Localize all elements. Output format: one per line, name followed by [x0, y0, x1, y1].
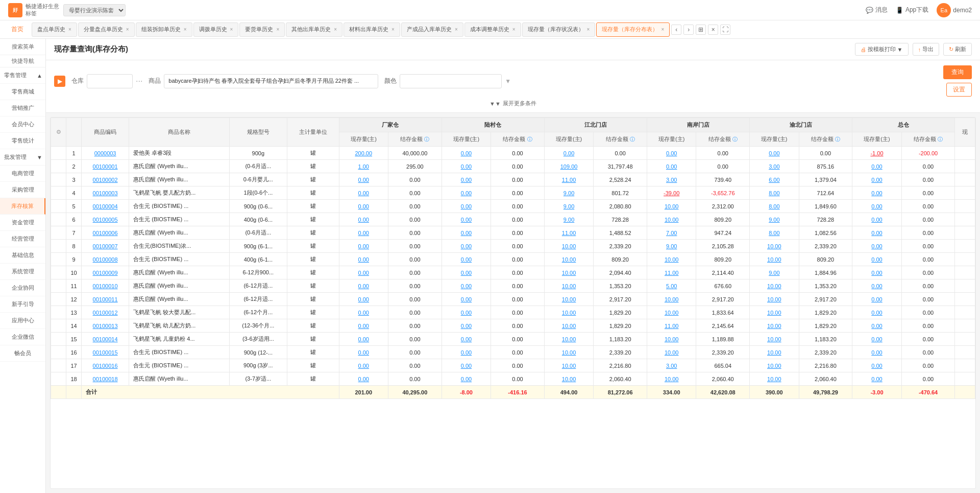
td-lc-qty[interactable]: 0.00	[442, 186, 491, 200]
sidebar-item-biz[interactable]: 经营管理	[0, 231, 45, 247]
td-zo-qty[interactable]: 0.00	[852, 266, 902, 279]
tab-nav-left[interactable]: ‹	[671, 25, 681, 35]
td-na-qty[interactable]: 10.00	[647, 293, 696, 306]
sidebar-quicknav[interactable]: 快捷导航	[0, 55, 45, 67]
warehouse-input[interactable]	[87, 74, 133, 88]
td-lc-qty[interactable]: 0.00	[442, 266, 491, 279]
sidebar-item-finance[interactable]: 资金管理	[0, 215, 45, 231]
export-btn[interactable]: ↑ 导出	[913, 43, 940, 56]
td-code[interactable]: 00100014	[82, 333, 129, 346]
sidebar-item-purchase[interactable]: 采购管理	[0, 182, 45, 198]
td-na-qty[interactable]: 7.00	[647, 226, 696, 240]
td-lc-qty[interactable]: 0.00	[442, 346, 491, 359]
td-code[interactable]: 00100003	[82, 186, 129, 200]
td-jb-qty[interactable]: 10.00	[544, 359, 594, 372]
td-code[interactable]: 0000003	[82, 147, 129, 160]
tab-close-panjian[interactable]: ×	[68, 27, 71, 32]
td-yb-qty[interactable]: 10.00	[750, 333, 799, 346]
td-lc-qty[interactable]: 0.00	[442, 333, 491, 346]
td-zo-qty[interactable]: -1.00	[852, 147, 902, 160]
query-btn[interactable]: 查询	[943, 65, 972, 79]
td-lc-qty[interactable]: 0.00	[442, 226, 491, 240]
td-jb-qty[interactable]: 9.00	[544, 200, 594, 213]
td-yb-qty[interactable]: 10.00	[750, 306, 799, 319]
td-zo-qty[interactable]: 0.00	[852, 240, 902, 253]
td-jb-qty[interactable]: 10.00	[544, 253, 594, 266]
td-zo-qty[interactable]: 0.00	[852, 333, 902, 346]
filter-expand-btn[interactable]: ▶	[54, 76, 65, 87]
td-na-qty[interactable]: 5.00	[647, 279, 696, 293]
td-cj-qty[interactable]: 0.00	[339, 346, 388, 359]
sidebar-item-corp[interactable]: 企业协同	[0, 280, 45, 296]
sidebar-item-member[interactable]: 会员中心	[0, 116, 45, 133]
td-code[interactable]: 00100013	[82, 319, 129, 333]
tab-nav-menu[interactable]: ⊞	[696, 25, 706, 35]
td-lc-qty[interactable]: 0.00	[442, 147, 491, 160]
tab-kuaifen[interactable]: 现存量（库存分布表） ×	[596, 22, 670, 37]
td-lc-qty[interactable]: 0.00	[442, 200, 491, 213]
td-cj-qty[interactable]: 0.00	[339, 333, 388, 346]
td-yb-qty[interactable]: 10.00	[750, 279, 799, 293]
td-jb-qty[interactable]: 9.00	[544, 213, 594, 226]
td-code[interactable]: 00100006	[82, 226, 129, 240]
td-na-qty[interactable]: 3.00	[647, 173, 696, 186]
td-jb-qty[interactable]: 10.00	[544, 240, 594, 253]
td-zo-qty[interactable]: 0.00	[852, 213, 902, 226]
td-code[interactable]: 00100018	[82, 372, 129, 386]
td-jb-qty[interactable]: 109.00	[544, 160, 594, 173]
td-code[interactable]: 00100015	[82, 346, 129, 359]
td-na-qty[interactable]: 10.00	[647, 346, 696, 359]
refresh-btn[interactable]: ↻ 刷新	[943, 43, 972, 56]
print-btn[interactable]: 🖨 按模板打印 ▼	[855, 43, 909, 56]
td-yb-qty[interactable]: 9.00	[750, 213, 799, 226]
td-lc-qty[interactable]: 0.00	[442, 359, 491, 372]
td-yb-qty[interactable]: 9.00	[750, 266, 799, 279]
sidebar-item-inventory[interactable]: 库存核算	[0, 198, 45, 215]
td-zo-qty[interactable]: 0.00	[852, 226, 902, 240]
td-lc-qty[interactable]: 0.00	[442, 306, 491, 319]
td-na-qty[interactable]: 0.00	[647, 160, 696, 173]
td-yb-qty[interactable]: 10.00	[750, 293, 799, 306]
td-cj-qty[interactable]: 0.00	[339, 359, 388, 372]
tab-chengpin[interactable]: 产成品入库单历史 ×	[401, 22, 463, 37]
tab-zuzhuo[interactable]: 组装拆卸单历史 ×	[136, 22, 192, 37]
td-zo-qty[interactable]: 0.00	[852, 173, 902, 186]
td-na-qty[interactable]: 11.00	[647, 319, 696, 333]
td-yb-qty[interactable]: 8.00	[750, 200, 799, 213]
td-na-qty[interactable]: 0.00	[647, 147, 696, 160]
td-code[interactable]: 00100011	[82, 293, 129, 306]
td-jb-qty[interactable]: 10.00	[544, 306, 594, 319]
tab-close-yaohuo[interactable]: ×	[276, 27, 279, 32]
tab-yaohuo[interactable]: 要货单历史 ×	[239, 22, 285, 37]
td-yb-qty[interactable]: 10.00	[750, 346, 799, 359]
td-jb-qty[interactable]: 0.00	[544, 147, 594, 160]
sidebar-item-corpwechat[interactable]: 企业微信	[0, 329, 45, 345]
td-na-qty[interactable]: 3.00	[647, 359, 696, 372]
tab-close-zuzhuo[interactable]: ×	[184, 27, 187, 32]
td-jb-qty[interactable]: 10.00	[544, 293, 594, 306]
sidebar-item-retail[interactable]: 零售管理▲	[0, 67, 45, 84]
sidebar-item-ecom[interactable]: 电商管理	[0, 166, 45, 182]
tab-kuaizhuang[interactable]: 现存量（库存状况表） ×	[522, 22, 596, 37]
td-lc-qty[interactable]: 0.00	[442, 240, 491, 253]
td-zo-qty[interactable]: 0.00	[852, 346, 902, 359]
td-jb-qty[interactable]: 11.00	[544, 173, 594, 186]
tab-chengben[interactable]: 成本调整单历史 ×	[464, 22, 521, 37]
settings-btn[interactable]: 设置	[946, 83, 972, 97]
td-code[interactable]: 00100012	[82, 306, 129, 319]
sidebar-item-basic[interactable]: 基础信息	[0, 247, 45, 264]
td-cj-qty[interactable]: 0.00	[339, 200, 388, 213]
td-yb-qty[interactable]: 10.00	[750, 253, 799, 266]
sidebar-item-guide[interactable]: 新手引导	[0, 296, 45, 313]
td-na-qty[interactable]: 10.00	[647, 306, 696, 319]
td-lc-qty[interactable]: 0.00	[442, 173, 491, 186]
td-na-qty[interactable]: 9.00	[647, 240, 696, 253]
tab-close-all[interactable]: ×	[708, 25, 718, 35]
tab-close-chengpin[interactable]: ×	[455, 27, 458, 32]
tab-close-fenpanjian[interactable]: ×	[126, 27, 129, 32]
tab-close-chengben[interactable]: ×	[512, 27, 516, 32]
td-lc-qty[interactable]: 0.00	[442, 213, 491, 226]
td-yb-qty[interactable]: 10.00	[750, 359, 799, 372]
td-zo-qty[interactable]: 0.00	[852, 253, 902, 266]
td-jb-qty[interactable]: 11.00	[544, 226, 594, 240]
